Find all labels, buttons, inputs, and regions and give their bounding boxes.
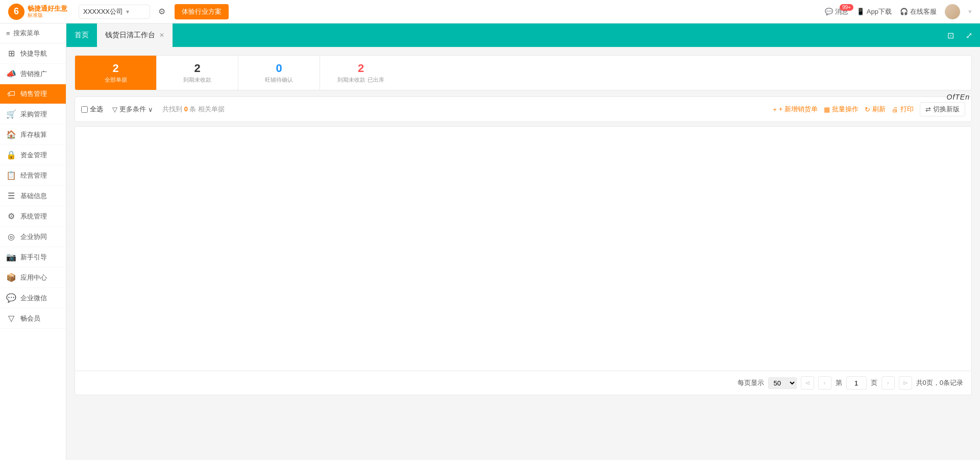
tab-restore-button[interactable]: ⊡ [943,28,958,42]
app-download-button[interactable]: 📱 App下载 [856,7,892,16]
purchase-icon: 🛒 [6,109,16,119]
prev-page-button[interactable]: ‹ [818,376,831,390]
system-icon: ⚙ [6,211,16,221]
stats-tabs: 2 全部单据 2 到期未收款 0 旺辅待确认 2 到期未收款 已出库 [75,55,972,90]
overdue-uncollected-label: 到期未收款 [165,76,230,84]
sales-label: 销售管理 [20,89,47,99]
found-count: 0 [184,105,188,113]
stat-tab-all[interactable]: 2 全部单据 [75,56,157,90]
company-selector[interactable]: XXXXXX公司 ▾ [79,5,150,19]
wechat-label: 企业微信 [20,294,47,303]
tab-maximize-button[interactable]: ⤢ [962,28,976,42]
found-text: 共找到 0 条 相关单据 [162,105,225,114]
sidebar-item-operations[interactable]: 📋 经营管理 [0,165,66,186]
headset-icon: 🎧 [900,8,908,15]
operations-label: 经营管理 [20,171,47,180]
refresh-icon: ↻ [865,106,870,113]
sidebar-item-sales[interactable]: 🏷 销售管理 [0,84,66,104]
sidebar-item-quick-nav[interactable]: ⊞ 快捷导航 [0,43,66,64]
table-empty-state [75,127,971,371]
user-chevron-icon: ▾ [968,8,972,15]
marketing-icon: 📣 [6,69,16,79]
sidebar-item-system[interactable]: ⚙ 系统管理 [0,206,66,227]
member-label: 畅会员 [20,314,40,323]
sidebar-item-wechat[interactable]: 💬 企业微信 [0,288,66,308]
select-all-label: 全选 [90,105,103,114]
message-button[interactable]: 💬 消息 99+ [825,7,848,16]
member-icon: ▽ [6,313,16,323]
sidebar-item-capital[interactable]: 🔒 资金管理 [0,145,66,165]
filter-icon: ▽ [112,106,117,113]
guide-icon: 📷 [6,252,16,262]
tabbar: 首页 钱货日清工作台 ✕ ⊡ ⤢ [66,23,980,47]
experience-button[interactable]: 体验行业方案 [175,4,229,19]
batch-operation-button[interactable]: ▦ 批量操作 [824,105,859,114]
filter-button[interactable]: ▽ 更多条件 ∨ [108,103,157,116]
sidebar-item-inventory[interactable]: 🏠 库存核算 [0,125,66,145]
sidebar-item-enterprise[interactable]: ◎ 企业协同 [0,227,66,247]
sidebar-item-member[interactable]: ▽ 畅会员 [0,308,66,329]
capital-icon: 🔒 [6,150,16,160]
refresh-button[interactable]: ↻ 刷新 [865,105,886,114]
search-menu-button[interactable]: ≡ 搜索菜单 [0,23,66,43]
print-button[interactable]: 🖨 打印 [892,105,914,114]
sidebar-item-purchase[interactable]: 🛒 采购管理 [0,104,66,125]
often-label: OfTEn [947,93,970,101]
refresh-label: 刷新 [872,105,886,114]
user-avatar[interactable] [945,4,960,19]
online-service-button[interactable]: 🎧 在线客服 [900,7,937,16]
system-label: 系统管理 [20,212,47,221]
stat-tab-wangwang-confirm[interactable]: 0 旺辅待确认 [238,56,320,90]
topbar: 6 畅捷通好生意 标准版 XXXXXX公司 ▾ ⚙ 体验行业方案 💬 消息 99… [0,0,980,23]
tab-home[interactable]: 首页 [66,23,97,47]
add-sales-order-button[interactable]: + + 新增销货单 [773,105,818,114]
topbar-right: 💬 消息 99+ 📱 App下载 🎧 在线客服 ▾ [825,4,972,19]
total-records-label: 共0页，0条记录 [916,378,963,388]
user-name-button[interactable]: ▾ [968,8,972,15]
sidebar-item-app-center[interactable]: 📦 应用中心 [0,268,66,288]
last-page-button[interactable]: ⊳ [899,376,912,390]
wangwang-confirm-label: 旺辅待确认 [247,76,311,84]
chevron-down-icon: ▾ [126,8,129,15]
tab-close-icon[interactable]: ✕ [159,32,164,39]
tab-cashflow[interactable]: 钱货日清工作台 ✕ [97,23,173,47]
print-label: 打印 [900,105,914,114]
add-label: + 新增销货单 [779,105,818,114]
sidebar-item-guide[interactable]: 📷 新手引导 [0,247,66,268]
search-menu-label: 搜索菜单 [13,29,40,38]
settings-button[interactable]: ⚙ [154,4,169,19]
wangwang-confirm-number: 0 [247,62,311,75]
cashflow-tab-label: 钱货日清工作台 [105,31,155,40]
app-download-label: App下载 [867,7,892,16]
inventory-label: 库存核算 [20,130,47,139]
logo: 6 畅捷通好生意 标准版 [8,4,75,20]
logo-icon: 6 [8,4,24,20]
capital-label: 资金管理 [20,151,47,160]
online-service-label: 在线客服 [910,7,937,16]
filter-chevron-icon: ∨ [148,106,153,113]
page-prefix-label: 第 [836,378,842,388]
first-page-button[interactable]: ⊲ [801,376,814,390]
sidebar-item-marketing[interactable]: 📣 营销推广 [0,64,66,84]
select-all-input[interactable] [81,106,88,113]
stat-tab-overdue-uncollected[interactable]: 2 到期未收款 [157,56,238,90]
page-number-input[interactable] [846,376,867,390]
overdue-unshipped-label: 到期未收款 已出库 [328,76,394,84]
switch-version-button[interactable]: ⇄ 切换新版 [920,102,965,116]
select-all-checkbox[interactable]: 全选 [81,105,103,114]
stat-tab-overdue-unshipped[interactable]: 2 到期未收款 已出库 [320,56,402,90]
per-page-label: 每页显示 [738,378,764,388]
print-icon: 🖨 [892,106,898,113]
sidebar-item-basic-info[interactable]: ☰ 基础信息 [0,186,66,206]
avatar-image [945,4,960,19]
page-unit-label: 页 [871,378,877,388]
overdue-uncollected-number: 2 [165,62,230,75]
inventory-icon: 🏠 [6,130,16,139]
next-page-button[interactable]: › [881,376,895,390]
switch-icon: ⇄ [925,106,931,113]
per-page-select[interactable]: 50 10 20 100 [768,377,797,389]
sales-icon: 🏷 [6,89,16,99]
enterprise-icon: ◎ [6,232,16,241]
app-download-icon: 📱 [856,8,865,15]
search-icon: ≡ [6,30,10,37]
